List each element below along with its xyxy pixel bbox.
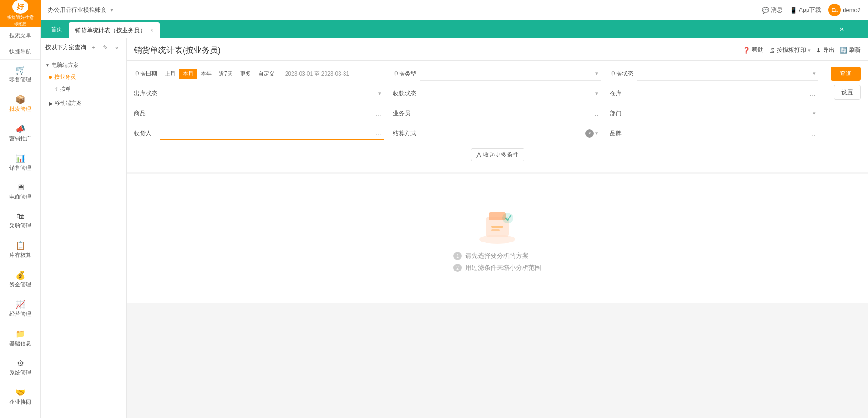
sidebar-item-corp[interactable]: 🤝 企业协同 [0,382,40,412]
tabs-right-actions: × ⛶ [835,23,868,36]
tab-win-close-icon[interactable]: × [835,23,848,36]
app-icon: 📱 [790,7,797,14]
filter-payment-item: 结算方式 × ▾ [393,127,601,140]
filter-doc-type-item: 单据类型 ▾ [393,67,601,81]
date-label: 单据日期 [134,70,157,78]
left-panel-title: 按以下方案查询 [45,43,86,52]
payment-clear-button[interactable]: × [585,129,594,138]
settings-button[interactable]: 设置 [834,85,861,100]
date-btn-custom[interactable]: 自定义 [255,69,278,79]
page-title: 销货单统计表(按业务员) [134,45,221,56]
search-menu-item[interactable]: 搜索菜单 [0,27,40,44]
doc-type-select[interactable]: ▾ [420,67,601,81]
payment-arrow-icon: ▾ [595,130,598,136]
topbar-left: 办公用品行业模拟账套 ▾ [48,6,113,14]
sidebar-item-inventory[interactable]: 📋 库存核算 [0,235,40,265]
receive-status-select[interactable]: ▾ [420,87,601,100]
warehouse-select[interactable]: … [636,87,818,100]
sales-icon: 📊 [15,153,25,163]
print-button[interactable]: 🖨 按模板打印 ▾ [769,46,811,54]
consignee-dots[interactable]: ... [376,129,381,137]
filter-dept-item: 部门 ▾ [610,107,818,120]
add-scheme-button[interactable]: + [89,43,98,52]
tab-sales-stat[interactable]: 销货单统计表（按业务员） × [69,22,160,38]
page-header: 销货单统计表(按业务员) ❓ 帮助 🖨 按模板打印 ▾ ⬇ 导出 [127,38,868,61]
dept-arrow-icon: ▾ [813,110,816,116]
brand-select[interactable]: ... [636,127,818,140]
empty-illustration [472,201,522,252]
topbar: 办公用品行业模拟账套 ▾ 💬 消息 📱 App下载 Ea demo2 [41,0,868,20]
date-btn-more[interactable]: 更多 [236,69,255,79]
left-panel-actions: + ✎ « [89,43,122,52]
sidebar-item-retail[interactable]: 🛒 零售管理 [0,60,40,89]
query-button[interactable]: 查询 [831,67,861,81]
sidebar-item-system[interactable]: ⚙ 系统管理 [0,353,40,382]
desktop-scheme-group[interactable]: ▼ 电脑端方案 [45,60,122,71]
quick-nav-item[interactable]: 快捷导航 [0,44,40,60]
date-btn-7days[interactable]: 近7天 [215,69,236,79]
system-icon: ⚙ [17,358,24,368]
collapse-filter-button[interactable]: ⋀ 收起更多条件 [471,148,524,161]
tabs-bar: 首页 销货单统计表（按业务员） × × ⛶ [41,20,868,38]
collapse-panel-button[interactable]: « [113,43,122,52]
user-menu[interactable]: Ea demo2 [828,4,861,16]
dept-select[interactable]: ▾ [636,107,818,120]
salesperson-select[interactable]: ... [419,107,601,120]
scheme-item-salesperson[interactable]: 按业务员 [45,71,122,83]
sidebar-item-purchase[interactable]: 🛍 采购管理 [0,206,40,235]
sidebar-logo[interactable]: 好 畅捷通好生意 标账版 [0,0,41,27]
mobile-group-header[interactable]: ▶ 移动端方案 [45,98,122,109]
empty-step-2: 2 用过滤条件来缩小分析范围 [453,264,541,272]
out-status-select[interactable]: ▾ [161,87,384,100]
sidebar-item-basic[interactable]: 📁 基础信息 [0,323,40,353]
brand-dots[interactable]: ... [810,130,816,137]
empty-svg [472,201,522,251]
refresh-button[interactable]: 🔄 刷新 [840,46,861,54]
salesperson-label: 业务员 [393,109,415,118]
salesperson-dots[interactable]: ... [593,110,599,117]
message-button[interactable]: 💬 消息 [762,6,783,14]
app-download-button[interactable]: 📱 App下载 [790,6,821,14]
sidebar-item-finance[interactable]: 💰 资金管理 [0,265,40,294]
doc-type-arrow-icon: ▾ [595,71,598,76]
filter-main-row: 单据日期 上月 本月 本年 近7天 更多 自定义 2023-03-01 至 20… [134,67,861,147]
inventory-icon: 📋 [15,241,25,251]
svg-point-5 [502,213,513,223]
help-button[interactable]: ❓ 帮助 [743,46,764,54]
goods-select[interactable]: ... [160,107,384,120]
warehouse-dots[interactable]: … [809,90,816,97]
sidebar-item-newbie[interactable]: 🎯 新手引导 [0,412,40,418]
tab-win-max-icon[interactable]: ⛶ [852,23,864,36]
logo-text: 畅捷通好生意 [7,14,34,21]
sidebar-item-wholesale[interactable]: 📦 批发管理 [0,89,40,119]
marketing-icon: 📣 [15,124,25,134]
date-btn-this-year[interactable]: 本年 [197,69,215,79]
topbar-dropdown-icon[interactable]: ▾ [110,7,113,13]
sidebar-item-marketing[interactable]: 📣 营销推广 [0,119,40,148]
date-options-group: 上月 本月 本年 近7天 更多 自定义 [161,69,278,79]
filter-consignee-item: 收货人 ... [134,127,384,140]
scheme-item-by-order[interactable]: 𝕗 按单 [45,83,122,95]
receive-status-label: 收款状态 [393,90,416,98]
sidebar-item-ecommerce[interactable]: 🖥 电商管理 [0,177,40,206]
purchase-icon: 🛍 [16,212,24,221]
sidebar-item-sales[interactable]: 📊 销售管理 [0,148,40,177]
doc-type-label: 单据类型 [393,70,416,78]
payment-controls: × ▾ [585,129,598,138]
date-btn-last-month[interactable]: 上月 [161,69,179,79]
payment-select[interactable]: × ▾ [420,127,601,140]
doc-status-select[interactable]: ▾ [637,67,818,81]
brand-label: 品牌 [610,129,632,138]
collapse-arrow-icon: ⋀ [476,152,481,158]
sidebar-item-operations[interactable]: 📈 经营管理 [0,294,40,323]
export-button[interactable]: ⬇ 导出 [816,46,835,54]
left-panel-header: 按以下方案查询 + ✎ « [41,43,126,56]
tab-home[interactable]: 首页 [44,20,69,38]
tab-close-icon[interactable]: × [150,27,153,33]
consignee-input[interactable]: ... [160,127,384,140]
date-btn-this-month[interactable]: 本月 [179,69,197,79]
edit-scheme-button[interactable]: ✎ [101,43,110,52]
empty-state: 1 请先选择要分析的方案 2 用过滤条件来缩小分析范围 [127,174,868,303]
goods-dots[interactable]: ... [376,110,381,117]
ecommerce-icon: 🖥 [16,183,24,192]
